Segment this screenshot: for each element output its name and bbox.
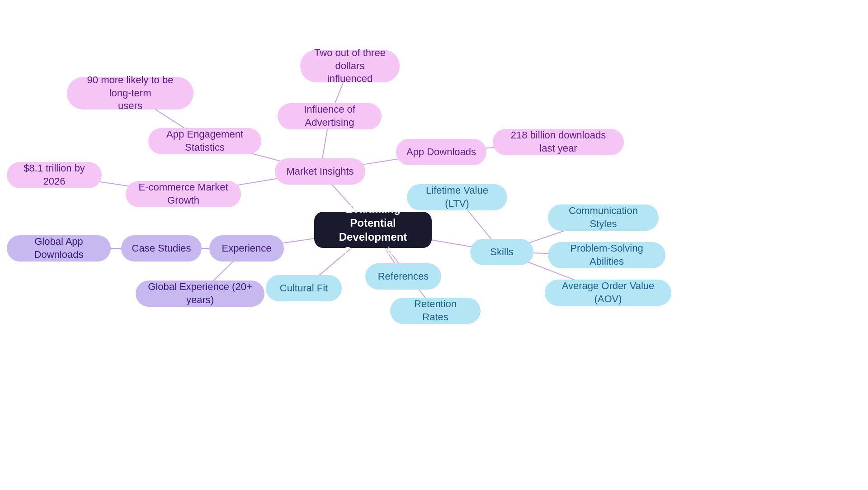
lifetime-value-label: Lifetime Value (LTV) — [417, 184, 497, 210]
app-engagement-node[interactable]: App Engagement Statistics — [148, 128, 261, 154]
center-node[interactable]: Evaluating Potential Development Compani… — [314, 212, 432, 248]
references-label: References — [378, 270, 429, 283]
two-out-three-label: Two out of three dollars influenced — [310, 47, 390, 86]
billion-downloads-node[interactable]: 218 billion downloads last year — [493, 129, 624, 155]
case-studies-label: Case Studies — [132, 242, 191, 255]
skills-label: Skills — [490, 246, 513, 259]
experience-label: Experience — [222, 242, 271, 255]
cultural-fit-node[interactable]: Cultural Fit — [266, 275, 342, 301]
communication-styles-label: Communication Styles — [558, 205, 649, 230]
two-out-three-node[interactable]: Two out of three dollars influenced — [300, 50, 400, 82]
influence-advertising-node[interactable]: Influence of Advertising — [278, 103, 382, 129]
ecommerce-label: E-commerce Market Growth — [136, 181, 231, 207]
global-app-downloads-node[interactable]: Global App Downloads — [7, 235, 111, 262]
center-label: Evaluating Potential Development Compani… — [324, 202, 422, 258]
retention-rates-label: Retention Rates — [400, 298, 471, 323]
trillion-label: $8.1 trillion by 2026 — [17, 162, 92, 188]
influence-advertising-label: Influence of Advertising — [288, 103, 372, 129]
market-insights-label: Market Insights — [286, 165, 354, 178]
long-term-users-node[interactable]: 90 more likely to be long-term users — [67, 77, 193, 109]
billion-downloads-label: 218 billion downloads last year — [503, 129, 614, 155]
problem-solving-label: Problem-Solving Abilities — [558, 242, 656, 268]
skills-node[interactable]: Skills — [470, 239, 533, 265]
ecommerce-node[interactable]: E-commerce Market Growth — [126, 181, 241, 207]
market-insights-node[interactable]: Market Insights — [275, 158, 365, 185]
communication-styles-node[interactable]: Communication Styles — [548, 205, 659, 231]
trillion-node[interactable]: $8.1 trillion by 2026 — [7, 162, 102, 188]
cultural-fit-label: Cultural Fit — [280, 282, 328, 295]
app-engagement-label: App Engagement Statistics — [158, 128, 251, 154]
global-app-downloads-label: Global App Downloads — [17, 235, 101, 261]
references-node[interactable]: References — [365, 263, 441, 290]
case-studies-node[interactable]: Case Studies — [121, 235, 202, 262]
global-experience-label: Global Experience (20+ years) — [146, 281, 255, 306]
retention-rates-node[interactable]: Retention Rates — [390, 298, 481, 324]
aov-node[interactable]: Average Order Value (AOV) — [545, 280, 671, 306]
global-experience-node[interactable]: Global Experience (20+ years) — [136, 281, 264, 307]
long-term-users-label: 90 more likely to be long-term users — [77, 74, 184, 113]
app-downloads-node[interactable]: App Downloads — [396, 139, 486, 165]
problem-solving-node[interactable]: Problem-Solving Abilities — [548, 242, 665, 268]
lifetime-value-node[interactable]: Lifetime Value (LTV) — [407, 184, 507, 210]
aov-label: Average Order Value (AOV) — [555, 280, 661, 305]
app-downloads-label: App Downloads — [406, 146, 476, 159]
experience-node[interactable]: Experience — [209, 235, 284, 262]
